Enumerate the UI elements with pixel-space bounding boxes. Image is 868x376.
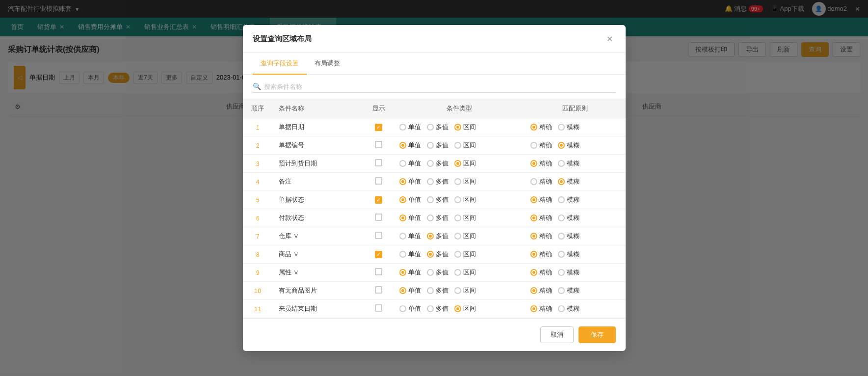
match-option-精确[interactable]: 精确: [530, 141, 552, 150]
type-option-单值[interactable]: 单值: [399, 141, 421, 150]
match-option-精确[interactable]: 精确: [530, 286, 552, 295]
row-display-checkbox[interactable]: [364, 173, 394, 191]
tab-query-fields[interactable]: 查询字段设置: [253, 53, 307, 75]
row-condition-name: 来员结束日期: [273, 300, 364, 318]
match-option-精确[interactable]: 精确: [530, 250, 552, 259]
cancel-button[interactable]: 取消: [540, 326, 574, 343]
match-option-精确[interactable]: 精确: [530, 268, 552, 277]
row-display-checkbox[interactable]: [364, 245, 394, 264]
radio-circle: [454, 215, 461, 221]
type-option-多值[interactable]: 多值: [427, 232, 448, 241]
match-option-精确[interactable]: 精确: [530, 123, 552, 132]
type-option-单值[interactable]: 单值: [399, 304, 421, 313]
match-option-模糊[interactable]: 模糊: [558, 177, 579, 186]
modal-search-area: 🔍: [243, 75, 626, 99]
tab-layout[interactable]: 布局调整: [307, 53, 348, 75]
type-option-区间[interactable]: 区间: [454, 214, 476, 222]
match-option-模糊[interactable]: 模糊: [558, 304, 579, 313]
table-row: 11来员结束日期 单值 多值 区间 精确 模糊: [243, 300, 626, 318]
type-option-单值[interactable]: 单值: [399, 195, 421, 204]
row-display-checkbox[interactable]: [364, 227, 394, 245]
radio-circle: [530, 215, 537, 221]
display-checkbox[interactable]: [375, 251, 382, 258]
save-button[interactable]: 保存: [579, 326, 616, 343]
type-option-单值[interactable]: 单值: [399, 214, 421, 222]
type-option-区间[interactable]: 区间: [454, 250, 476, 259]
type-option-多值[interactable]: 多值: [427, 141, 448, 150]
row-display-checkbox[interactable]: [364, 136, 394, 155]
type-option-单值[interactable]: 单值: [399, 123, 421, 132]
type-option-区间[interactable]: 区间: [454, 141, 476, 150]
display-checkbox[interactable]: [375, 196, 382, 204]
radio-circle: [399, 269, 406, 276]
type-option-多值[interactable]: 多值: [427, 286, 448, 295]
type-option-单值[interactable]: 单值: [399, 268, 421, 277]
row-order: 4: [243, 173, 273, 191]
type-option-区间[interactable]: 区间: [454, 286, 476, 295]
type-option-多值[interactable]: 多值: [427, 123, 448, 132]
radio-circle: [558, 287, 565, 294]
display-checkbox[interactable]: [375, 177, 382, 185]
row-type-options: 单值 多值 区间: [394, 118, 525, 136]
radio-circle: [399, 124, 406, 131]
type-option-单值[interactable]: 单值: [399, 232, 421, 241]
display-checkbox[interactable]: [375, 214, 382, 221]
type-option-区间[interactable]: 区间: [454, 232, 476, 241]
display-checkbox[interactable]: [375, 159, 382, 166]
type-option-区间[interactable]: 区间: [454, 177, 476, 186]
match-option-精确[interactable]: 精确: [530, 232, 552, 241]
match-option-模糊[interactable]: 模糊: [558, 141, 579, 150]
display-checkbox[interactable]: [375, 286, 382, 294]
type-option-多值[interactable]: 多值: [427, 195, 448, 204]
row-display-checkbox[interactable]: [364, 155, 394, 173]
table-row: 7仓库 ∨ 单值 多值 区间 精确 模糊: [243, 227, 626, 245]
match-option-模糊[interactable]: 模糊: [558, 232, 579, 241]
type-option-多值[interactable]: 多值: [427, 250, 448, 259]
match-option-模糊[interactable]: 模糊: [558, 159, 579, 168]
match-option-模糊[interactable]: 模糊: [558, 195, 579, 204]
match-option-模糊[interactable]: 模糊: [558, 268, 579, 277]
row-display-checkbox[interactable]: [364, 282, 394, 300]
row-type-options: 单值 多值 区间: [394, 173, 525, 191]
row-display-checkbox[interactable]: [364, 118, 394, 136]
match-option-精确[interactable]: 精确: [530, 195, 552, 204]
type-option-区间[interactable]: 区间: [454, 268, 476, 277]
row-match-options: 精确 模糊: [525, 282, 625, 300]
row-type-options: 单值 多值 区间: [394, 227, 525, 245]
type-option-多值[interactable]: 多值: [427, 214, 448, 222]
display-checkbox[interactable]: [375, 141, 382, 148]
type-option-单值[interactable]: 单值: [399, 250, 421, 259]
row-display-checkbox[interactable]: [364, 191, 394, 209]
match-option-模糊[interactable]: 模糊: [558, 123, 579, 132]
type-option-区间[interactable]: 区间: [454, 304, 476, 313]
match-option-精确[interactable]: 精确: [530, 214, 552, 222]
type-option-多值[interactable]: 多值: [427, 268, 448, 277]
display-checkbox[interactable]: [375, 124, 382, 131]
type-option-单值[interactable]: 单值: [399, 159, 421, 168]
row-display-checkbox[interactable]: [364, 264, 394, 282]
match-option-模糊[interactable]: 模糊: [558, 214, 579, 222]
match-option-模糊[interactable]: 模糊: [558, 250, 579, 259]
type-option-单值[interactable]: 单值: [399, 177, 421, 186]
type-option-多值[interactable]: 多值: [427, 177, 448, 186]
radio-circle: [530, 251, 537, 258]
match-option-精确[interactable]: 精确: [530, 177, 552, 186]
type-option-区间[interactable]: 区间: [454, 123, 476, 132]
display-checkbox[interactable]: [375, 304, 382, 312]
condition-search-input[interactable]: [264, 83, 616, 90]
table-row: 8商品 ∨ 单值 多值 区间 精确 模糊: [243, 245, 626, 264]
display-checkbox[interactable]: [375, 268, 382, 275]
row-display-checkbox[interactable]: [364, 300, 394, 318]
type-option-单值[interactable]: 单值: [399, 286, 421, 295]
type-option-区间[interactable]: 区间: [454, 195, 476, 204]
match-option-模糊[interactable]: 模糊: [558, 286, 579, 295]
type-option-区间[interactable]: 区间: [454, 159, 476, 168]
row-display-checkbox[interactable]: [364, 209, 394, 227]
type-option-多值[interactable]: 多值: [427, 304, 448, 313]
display-checkbox[interactable]: [375, 232, 382, 239]
match-option-精确[interactable]: 精确: [530, 159, 552, 168]
match-option-精确[interactable]: 精确: [530, 304, 552, 313]
type-option-多值[interactable]: 多值: [427, 159, 448, 168]
modal-close-button[interactable]: ✕: [604, 33, 616, 45]
radio-circle: [558, 124, 565, 131]
